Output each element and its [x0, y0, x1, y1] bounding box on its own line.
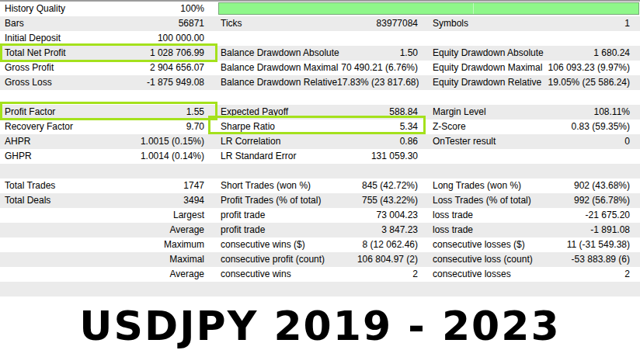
report-cell: AHPR1.0015 (0.15%)	[0, 134, 217, 149]
report-row: Gross Loss-1 875 949.08Balance Drawdown …	[0, 75, 640, 90]
metric-value: 845 (42.72%)	[311, 179, 418, 193]
metric-label: loss trade	[433, 223, 473, 237]
report-row	[0, 90, 640, 105]
progress-bar-seam	[473, 3, 474, 14]
metric-value: 588.84	[288, 105, 418, 120]
report-row: GHPR1.0014 (0.14%)LR Standard Error131 0…	[0, 149, 640, 164]
metric-value: 3494	[50, 193, 204, 208]
report-cell: Equity Drawdown Maximal106 093.23 (9.97%…	[426, 61, 640, 75]
metric-label: Profit Trades (% of total)	[221, 193, 321, 208]
metric-label: AHPR	[5, 134, 30, 149]
metric-value: 8 (12 062.46)	[305, 237, 418, 252]
metric-value: -21 675.20	[473, 208, 630, 223]
metric-value: 17.83% (23 817.68)	[337, 75, 419, 90]
report-cell	[426, 282, 640, 296]
metric-value: 5.34	[275, 120, 418, 134]
metric-label: consecutive loss (count)	[433, 252, 533, 267]
report-cell: Maximum	[0, 237, 217, 252]
report-cell: Average	[0, 223, 217, 237]
report-row: Recovery Factor9.70Sharpe Ratio5.34Z-Sco…	[0, 120, 640, 134]
metric-value: 56871	[24, 16, 204, 31]
metric-value: 106 804.97 (2)	[325, 252, 418, 267]
metric-value: 19.05% (25 586.24)	[541, 75, 630, 90]
metric-value: 2	[291, 267, 418, 282]
metric-label: LR Standard Error	[221, 149, 296, 164]
metric-value: 131 059.30	[296, 149, 418, 164]
metric-value: -53 883.89 (6)	[533, 252, 630, 267]
metric-label: consecutive wins	[221, 267, 291, 282]
metric-label: consecutive losses ($)	[433, 237, 525, 252]
metric-value: -1 875 949.08	[52, 75, 204, 90]
report-row	[0, 164, 640, 179]
metric-value: 1.50	[339, 46, 418, 61]
report-cell: Total Deals3494	[0, 193, 217, 208]
report-row: Profit Factor1.55Expected Payoff588.84Ma…	[0, 105, 640, 120]
metric-value: 9.70	[73, 120, 204, 134]
report-cell: profit trade3 847.23	[217, 223, 426, 237]
metric-value: 1.55	[55, 105, 204, 120]
report-cell	[426, 90, 640, 105]
metric-value: Largest	[5, 208, 204, 223]
metric-label: profit trade	[221, 223, 265, 237]
metric-value: 3 847.23	[265, 223, 418, 237]
metric-label: OnTester result	[433, 134, 496, 149]
metric-label: Margin Level	[433, 105, 486, 120]
metric-label: Bars	[5, 16, 24, 31]
report-cell: Sharpe Ratio5.34	[217, 120, 426, 134]
report-cell: Recovery Factor9.70	[0, 120, 217, 134]
metric-value: Average	[5, 223, 204, 237]
metric-value: 108.11%	[486, 105, 630, 120]
report-row: AHPR1.0015 (0.15%)LR Correlation0.86OnTe…	[0, 134, 640, 149]
metric-value: Average	[5, 267, 204, 282]
metric-label: Z-Score	[433, 120, 466, 134]
report-cell: consecutive wins ($)8 (12 062.46)	[217, 237, 426, 252]
metric-label: Sharpe Ratio	[221, 120, 275, 134]
report-cell: Expected Payoff588.84	[217, 105, 426, 120]
metric-label: Total Deals	[5, 193, 50, 208]
metric-label: Total Net Profit	[5, 46, 66, 61]
report-row: Total Net Profit1 028 706.99Balance Draw…	[0, 46, 640, 61]
metric-value: 100%	[65, 2, 204, 16]
metric-value: 992 (56.78%)	[531, 193, 630, 208]
report-cell: consecutive losses ($)11 (-31 549.38)	[426, 237, 640, 252]
metric-label: Loss Trades (% of total)	[433, 193, 531, 208]
metric-label: Balance Drawdown Relative	[221, 75, 337, 90]
report-cell: Total Net Profit1 028 706.99	[0, 46, 217, 61]
report-cell: Bars56871	[0, 16, 217, 31]
metric-label: Recovery Factor	[5, 120, 73, 134]
report-cell: profit trade73 004.23	[217, 208, 426, 223]
metric-value: 2	[511, 267, 630, 282]
metric-label: Profit Factor	[5, 105, 55, 120]
report-cell: consecutive losses2	[426, 267, 640, 282]
report-table: History Quality100%Bars56871Ticks8397708…	[0, 2, 640, 296]
metric-label: Symbols	[433, 16, 468, 31]
report-cell: loss trade-21 675.20	[426, 208, 640, 223]
report-cell: GHPR1.0014 (0.14%)	[0, 149, 217, 164]
page-title: USDJPY 2019 - 2023	[0, 306, 640, 346]
metric-value: 70 490.21 (6.76%)	[338, 61, 418, 75]
report-cell: consecutive wins2	[217, 267, 426, 282]
metric-value: 100 000.00	[61, 31, 204, 46]
report-cell: Initial Deposit100 000.00	[0, 31, 217, 46]
report-cell: Gross Loss-1 875 949.08	[0, 75, 217, 90]
metric-label: profit trade	[221, 208, 265, 223]
report-cell: OnTester result0	[426, 134, 640, 149]
metric-label: History Quality	[5, 2, 65, 16]
metric-value: 0	[496, 134, 630, 149]
report-cell: Profit Trades (% of total)755 (43.22%)	[217, 193, 426, 208]
metric-label: Long Trades (won %)	[433, 179, 521, 193]
metric-value: Maximum	[5, 237, 204, 252]
report-cell: Balance Drawdown Maximal70 490.21 (6.76%…	[217, 61, 426, 75]
report-cell: loss trade-1 891.08	[426, 223, 640, 237]
report-cell	[426, 149, 640, 164]
report-row: Gross Profit2 904 656.07Balance Drawdown…	[0, 61, 640, 75]
report-cell: Maximal	[0, 252, 217, 267]
report-row: Averageprofit trade3 847.23loss trade-1 …	[0, 223, 640, 237]
metric-label: GHPR	[5, 149, 32, 164]
report-row: Largestprofit trade73 004.23loss trade-2…	[0, 208, 640, 223]
report-cell: Ticks83977084	[217, 16, 426, 31]
metric-label: Expected Payoff	[221, 105, 288, 120]
report-cell	[0, 164, 217, 179]
report-cell	[0, 282, 217, 296]
report-cell: Balance Drawdown Absolute1.50	[217, 46, 426, 61]
